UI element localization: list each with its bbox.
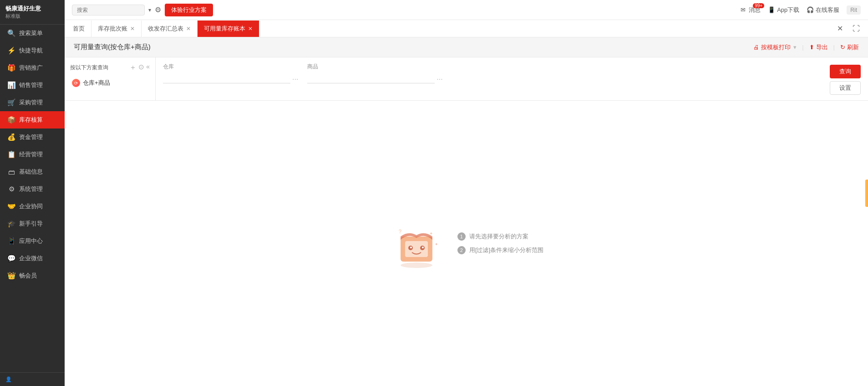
sidebar-item-label: 新手引导 [19,220,43,228]
tab-close-icon[interactable]: ✕ [248,26,253,32]
user-info[interactable]: Rit [847,5,861,15]
scheme-item-label: 仓库+商品 [83,79,110,87]
export-icon: ⬆ [809,44,814,51]
print-btn[interactable]: 🖨 按模板打印 ▾ [753,43,797,51]
separator: | [802,44,803,51]
tab-home[interactable]: 首页 [66,21,91,37]
sidebar-item-label: 库存核算 [19,116,43,124]
right-edge-indicator [865,180,868,207]
sidebar-item-label: 应用中心 [19,237,43,245]
sidebar-item-search[interactable]: 🔍 搜索菜单 [0,25,65,42]
sidebar-item-operation[interactable]: 📋 经营管理 [0,146,65,163]
filter-field-product-label: 商品 [307,63,442,71]
sidebar-footer: 👤 [0,372,65,386]
sidebar-item-marketing[interactable]: 🎁 营销推广 [0,59,65,77]
sidebar-item-enterprise[interactable]: 🤝 企业协同 [0,198,65,215]
online-service-btn[interactable]: 🎧 在线客服 [807,6,839,14]
tip-num-1: 1 [457,232,466,241]
refresh-label: 刷新 [847,43,859,51]
topbar-right: ✉ 99+ 消息 📱 App下载 🎧 在线客服 Rit [741,5,861,15]
sidebar-item-label: 营销推广 [19,64,43,72]
sidebar-item-label: 系统管理 [19,185,43,193]
sidebar-item-shortcut[interactable]: ⚡ 快捷导航 [0,42,65,59]
tip-num-2: 2 [457,246,466,254]
print-dropdown-icon[interactable]: ▾ [793,44,797,51]
warehouse-input[interactable] [163,72,290,83]
product-input[interactable] [307,72,435,83]
dropdown-icon[interactable]: ▾ [148,7,151,13]
tab-expand-btn[interactable]: ⛶ [850,22,863,35]
service-icon: 🎧 [807,6,814,13]
sidebar: 畅康通好生意 标准版 🔍 搜索菜单 ⚡ 快捷导航 🎁 营销推广 📊 销售管理 🛒… [0,0,65,386]
sidebar-item-finance[interactable]: 💰 资金管理 [0,129,65,146]
tab-available-ledger[interactable]: 可用量库存账本 ✕ [198,21,259,37]
filter-settings-button[interactable]: 设置 [830,81,861,95]
export-btn[interactable]: ⬆ 导出 [809,43,828,51]
sidebar-item-label: 基础信息 [19,168,43,176]
sidebar-item-purchase[interactable]: 🛒 采购管理 [0,94,65,111]
warehouse-more-btn[interactable]: ··· [292,75,298,83]
sidebar-nav: 🔍 搜索菜单 ⚡ 快捷导航 🎁 营销推广 📊 销售管理 🛒 采购管理 📦 库存核… [0,25,65,372]
settings-scheme-btn[interactable]: ⊙ [138,63,144,72]
sidebar-item-inventory[interactable]: 📦 库存核算 [0,111,65,129]
tabbar-right: ✕ ⛶ [833,22,866,35]
message-btn[interactable]: ✉ 99+ 消息 [741,6,761,14]
enterprise-icon: 🤝 [7,202,15,211]
empty-tips: 1 请先选择要分析的方案 2 用[过滤]条件来缩小分析范围 [457,232,543,254]
tab-close-current-btn[interactable]: ✕ [833,22,846,35]
filter-field-product: 商品 ··· [307,63,442,83]
product-more-btn[interactable]: ··· [437,75,442,83]
tab-close-icon[interactable]: ✕ [130,26,135,32]
app-download-label: App下载 [777,6,799,14]
svg-text:✦: ✦ [435,242,438,247]
app-version: 标准版 [5,13,59,20]
add-scheme-btn[interactable]: ＋ [129,63,137,72]
scheme-item-warehouse-product[interactable]: ⟳ 仓库+商品 [68,76,152,90]
operation-icon: 📋 [7,150,15,159]
filter-panel: 按以下方案查询 ＋ ⊙ « ⟳ 仓库+商品 仓库 [65,57,868,101]
empty-illustration: ？ ✦ ✦ [389,216,444,271]
sales-icon: 📊 [7,81,15,89]
sidebar-item-label: 畅会员 [19,272,37,280]
refresh-btn[interactable]: ↻ 刷新 [840,43,859,51]
collapse-btn[interactable]: « [146,63,150,72]
page-content: 可用量查询(按仓库+商品) 🖨 按模板打印 ▾ | ⬆ 导出 | ↻ 刷新 [65,37,868,386]
sidebar-item-label: 采购管理 [19,98,43,107]
sidebar-item-basic[interactable]: 🗃 基础信息 [0,163,65,180]
search-input[interactable] [72,5,145,15]
sidebar-item-vip[interactable]: 👑 畅会员 [0,267,65,284]
sidebar-item-sales[interactable]: 📊 销售管理 [0,77,65,94]
inventory-icon: 📦 [7,116,15,124]
app-download-btn[interactable]: 📱 App下载 [768,6,799,14]
vip-icon: 👑 [7,272,15,280]
sidebar-item-newbie[interactable]: 🎓 新手引导 [0,215,65,232]
tip-text-2: 用[过滤]条件来缩小分析范围 [469,246,543,254]
sidebar-item-label: 销售管理 [19,81,43,89]
page-title: 可用量查询(按仓库+商品) [74,43,151,51]
tab-label: 可用量库存账本 [204,25,245,33]
query-button[interactable]: 查询 [830,65,861,78]
wechat-icon: 💬 [7,254,15,262]
sidebar-header: 畅康通好生意 标准版 [0,0,65,25]
svg-point-5 [410,247,412,248]
sidebar-item-wechat[interactable]: 💬 企业微信 [0,250,65,267]
sidebar-item-appstore[interactable]: 📱 应用中心 [0,232,65,250]
export-label: 导出 [816,43,828,51]
svg-text:？: ？ [397,228,403,235]
scheme-icon: ⟳ [72,79,80,87]
basic-icon: 🗃 [7,168,15,176]
filter-sidebar-actions: ＋ ⊙ « [129,63,150,72]
svg-rect-2 [405,241,428,257]
tab-batch-account[interactable]: 库存批次账 ✕ [91,21,142,37]
tab-close-icon[interactable]: ✕ [186,26,191,32]
empty-tip-2: 2 用[过滤]条件来缩小分析范围 [457,246,543,254]
print-label: 按模板打印 [761,43,791,51]
sidebar-item-label: 搜索菜单 [19,29,43,37]
marketing-icon: 🎁 [7,64,15,72]
trial-button[interactable]: 体验行业方案 [165,4,213,16]
gear-icon[interactable]: ⚙ [155,5,161,14]
message-icon: ✉ [741,6,746,13]
tab-receipt-summary[interactable]: 收发存汇总表 ✕ [142,21,198,37]
print-icon: 🖨 [753,44,759,51]
sidebar-item-system[interactable]: ⚙ 系统管理 [0,180,65,198]
